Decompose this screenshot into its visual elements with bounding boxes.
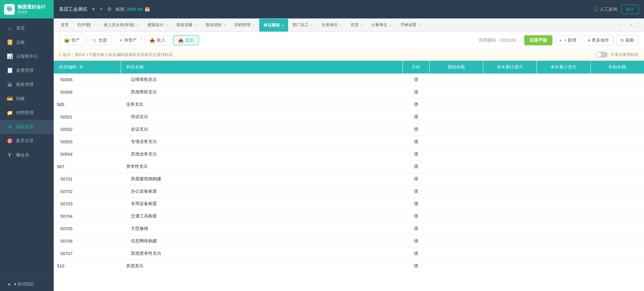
tab-tax[interactable]: 税表清册 × — [172, 19, 201, 32]
subject-tab-expense[interactable]: 📤 支出 — [173, 35, 199, 45]
cell-direction: 借 — [402, 260, 429, 272]
subject-tab-net-asset[interactable]: ≡ 净资产 — [115, 35, 142, 45]
cell-balance — [429, 247, 483, 260]
tab-income[interactable]: 收入支出表(年报) × — [99, 19, 143, 32]
subject-tab-income[interactable]: 📥 收入 — [145, 35, 170, 45]
table-row[interactable]: 50503 专项业务支出 借 — [54, 136, 644, 148]
refresh-btn[interactable]: ↻ 刷新 — [616, 35, 639, 45]
cell-balance — [429, 185, 483, 198]
calendar-icon[interactable]: 📅 — [145, 7, 150, 12]
sidebar-item-tax[interactable]: 🏛 税务管理 — [0, 78, 54, 92]
table-row[interactable]: 50501 培训支出 借 — [54, 111, 644, 123]
more-btn[interactable]: ≡ 更多操作 — [583, 35, 613, 45]
tab-unit[interactable]: 计量单位 × — [367, 19, 396, 32]
cell-code: 507 — [54, 160, 121, 173]
tab-close-currency[interactable]: × — [419, 23, 421, 27]
table-row[interactable]: 50706 信息网络购建 借 — [54, 235, 644, 247]
tab-close-subject[interactable]: × — [282, 23, 284, 27]
tab-inventory[interactable]: 存货 × — [346, 19, 367, 32]
balance-btn[interactable]: 试算平衡 — [524, 35, 552, 45]
sidebar-item-settlement[interactable]: 💳 结账 — [0, 92, 54, 106]
cell-debit-year — [483, 123, 537, 136]
tab-currency[interactable]: 币种设置 × — [396, 19, 425, 32]
tab-expand[interactable]: ⛶ — [634, 21, 641, 29]
account-btn[interactable]: 会计 — [621, 5, 639, 14]
sidebar-item-invoice[interactable]: 🧾 发票管理 — [0, 63, 54, 78]
sidebar-item-home[interactable]: ⌂ 首页 — [0, 21, 54, 35]
cell-name: 运维维权支出 — [121, 74, 402, 86]
cell-direction: 借 — [402, 148, 429, 160]
tab-nav-left[interactable]: ‹ — [619, 21, 623, 29]
col-debit-year: 本年累计借方 — [483, 61, 537, 74]
add-company-btn[interactable]: + — [100, 6, 103, 13]
cell-year-balance — [590, 86, 644, 98]
cell-year-balance — [590, 247, 644, 260]
disable-toggle[interactable] — [596, 52, 608, 58]
cell-code: 50405 — [54, 74, 121, 86]
subjects-table: 科目编码 ⚙ 科目名称 方向 期初余额 本年累计借方 本年累计贷方 年初余额 5… — [54, 61, 644, 272]
tab-yearend[interactable]: 期末结转 × — [201, 19, 230, 32]
table-row[interactable]: 50702 办公设备购置 借 — [54, 185, 644, 198]
tab-close-yearend[interactable]: × — [224, 23, 226, 27]
tab-close-department[interactable]: × — [311, 23, 313, 27]
invoice-icon: 🧾 — [7, 67, 13, 74]
sidebar-item-reports[interactable]: 📊 云报表中心 — [0, 49, 54, 63]
sidebar-item-archive[interactable]: 📁 归档管理 — [0, 106, 54, 120]
settlement-icon: 💳 — [7, 96, 13, 102]
table-row[interactable]: 50405 运维维权支出 借 — [54, 74, 644, 86]
tab-department[interactable]: 部门员工 × — [288, 19, 317, 32]
tab-home[interactable]: 首页 — [56, 19, 73, 32]
tab-period[interactable]: E(中期) × — [73, 19, 99, 32]
tab-subject-initial[interactable]: 科目期初 × — [259, 19, 288, 32]
tab-close-archive[interactable]: × — [253, 23, 255, 27]
company-dropdown-icon[interactable]: ▼ — [91, 7, 96, 12]
cell-name: 资本性支出 — [121, 160, 402, 173]
cell-year-balance — [590, 223, 644, 235]
table-row[interactable]: 50504 其他业务支出 借 — [54, 148, 644, 160]
table-row[interactable]: 507 资本性支出 借 — [54, 160, 644, 173]
sidebar-item-settings[interactable]: ⚙ 基础设置 — [0, 120, 54, 134]
table-row[interactable]: 50703 专用设备购置 借 — [54, 198, 644, 210]
table-row[interactable]: 50705 大型修缮 借 — [54, 223, 644, 235]
cell-credit-year — [537, 198, 590, 210]
table-row[interactable]: 50502 会议支出 借 — [54, 123, 644, 136]
table-row[interactable]: 50704 交通工具购置 借 — [54, 210, 644, 223]
subject-tab-liability[interactable]: 负 负债 — [88, 35, 112, 45]
company-settings-icon[interactable]: ⚙ — [107, 6, 112, 12]
table-row[interactable]: 50707 其他资本性支出 借 — [54, 247, 644, 260]
cell-balance — [429, 86, 483, 98]
add-btn[interactable]: + + 新增 — [555, 35, 581, 45]
col-balance: 期初余额 — [429, 61, 483, 74]
table-row[interactable]: 50406 其他维权支出 借 — [54, 86, 644, 98]
tab-close-period[interactable]: × — [93, 23, 95, 27]
cell-debit-year — [483, 148, 537, 160]
tab-template[interactable]: 模版设计 × — [143, 19, 172, 32]
cell-direction: 借 — [402, 111, 429, 123]
tab-close-all[interactable]: × — [628, 21, 634, 29]
subject-tab-asset[interactable]: 📦 资产 — [59, 35, 85, 45]
table-row[interactable]: 510 其他支出 借 — [54, 260, 644, 272]
tab-close-unit[interactable]: × — [389, 23, 391, 27]
tab-close-income[interactable]: × — [137, 23, 139, 27]
sidebar-item-ledger[interactable]: 📒 总账 — [0, 35, 54, 49]
tab-close-inventory[interactable]: × — [361, 23, 363, 27]
sidebar-collapse-btn[interactable]: ◄ ◄ 取消固定 — [0, 277, 54, 291]
cell-name: 其他业务支出 — [121, 148, 402, 160]
cell-code: 50703 — [54, 198, 121, 210]
column-settings-icon[interactable]: ⚙ — [79, 64, 84, 69]
sidebar-item-member[interactable]: V 畅会员 — [0, 148, 54, 162]
tab-close-tax[interactable]: × — [195, 23, 197, 27]
table-row[interactable]: 505 业务支出 借 — [54, 98, 644, 111]
tab-nav-right[interactable]: › — [624, 21, 628, 29]
cell-direction: 借 — [402, 123, 429, 136]
table-row[interactable]: 50701 房屋建筑物购建 借 — [54, 173, 644, 185]
tab-close-template[interactable]: × — [166, 23, 168, 27]
tab-archive[interactable]: 归档管理 × — [230, 19, 259, 32]
sidebar-item-guide[interactable]: 🎯 新手引导 — [0, 134, 54, 148]
tab-close-partners[interactable]: × — [340, 23, 342, 27]
consult-btn[interactable]: 🎧 人工咨询 — [593, 6, 617, 12]
cell-year-balance — [590, 198, 644, 210]
cell-name: 培训支出 — [121, 111, 402, 123]
cell-name: 办公设备购置 — [121, 185, 402, 198]
tab-partners[interactable]: 往来单位 × — [317, 19, 346, 32]
